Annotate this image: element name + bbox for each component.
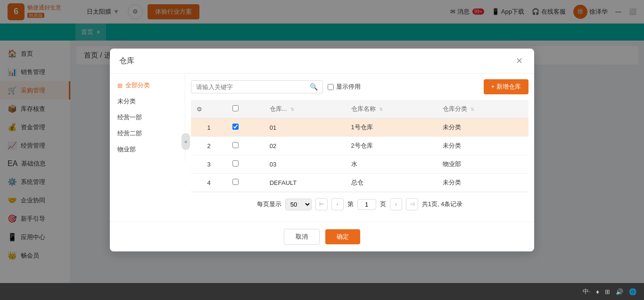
page-suffix: 页 [380,200,386,208]
bottom-bar: 中· ♦ ⊞ 🔊 🌐 [0,283,644,300]
row-num: 1 [191,118,227,137]
sort-icon-code: ⇅ [290,107,294,112]
row-category: 未分类 [437,137,528,155]
last-page-icon: ⊣ [410,201,414,208]
bottom-bar-volume[interactable]: 🔊 [616,288,623,295]
left-panel-wrap: ⊞ 全部分类 未分类 经营一部 经营二部 物业部 [110,74,185,222]
row-checkbox[interactable] [227,118,264,137]
table-row[interactable]: 4 DEFAULT 总仓 未分类 [191,174,528,192]
row-category: 未分类 [437,174,528,192]
row-checkbox[interactable] [227,137,264,155]
grid-icon: ⊞ [117,82,123,89]
category-item-ops2[interactable]: 经营二部 [110,125,185,142]
row-num: 3 [191,155,227,174]
dialog-header: 仓库 ✕ [110,49,534,74]
dialog-close-button[interactable]: ✕ [513,55,525,67]
category-label: 经营二部 [117,129,142,138]
table-head: ⚙ 仓库... ⇅ 仓库名称 ⇅ [191,100,528,118]
header-row: ⚙ 仓库... ⇅ 仓库名称 ⇅ [191,100,528,118]
search-icon[interactable]: 🔍 [310,83,318,91]
row-category: 未分类 [437,118,528,137]
show-disabled-text: 显示停用 [336,83,361,91]
bottom-bar-keyboard[interactable]: ⊞ [605,288,610,295]
search-box: 🔍 [191,80,323,93]
gear-col-icon: ⚙ [197,106,202,113]
category-all[interactable]: ⊞ 全部分类 [110,77,185,93]
row-code: 02 [264,137,346,155]
total-label: 共1页, 4条记录 [422,200,463,208]
row-checkbox[interactable] [227,155,264,174]
category-item-unclassified[interactable]: 未分类 [110,93,185,109]
warehouse-table: ⚙ 仓库... ⇅ 仓库名称 ⇅ [191,100,528,192]
first-page-button[interactable]: ⊢ [315,198,328,210]
row-name: 1号仓库 [346,118,437,137]
sort-icon-category: ⇅ [471,107,474,112]
row-code: DEFAULT [264,174,346,192]
th-name[interactable]: 仓库名称 ⇅ [346,100,437,118]
show-disabled-checkbox[interactable] [328,84,334,90]
last-page-button[interactable]: ⊣ [406,198,418,210]
show-disabled-label[interactable]: 显示停用 [328,83,361,91]
category-label: 经营一部 [117,113,142,122]
modal-overlay[interactable]: 仓库 ✕ ⊞ 全部分类 未分类 经营一部 [0,0,644,300]
dialog-title: 仓库 [119,56,134,66]
pagination: 每页显示 50 20 100 ⊢ ‹ 第 页 [191,192,528,216]
row-code: 01 [264,118,346,137]
collapse-icon: « [184,139,187,144]
row-num: 2 [191,137,227,155]
row-checkbox[interactable] [227,174,264,192]
warehouse-dialog: 仓库 ✕ ⊞ 全部分类 未分类 经营一部 [110,49,534,251]
collapse-button[interactable]: « [182,133,190,150]
select-all-checkbox[interactable] [232,105,239,111]
dialog-footer: 取消 确定 [110,222,534,251]
category-item-ops1[interactable]: 经营一部 [110,109,185,125]
th-code[interactable]: 仓库... ⇅ [264,100,346,118]
row-name: 总仓 [346,174,437,192]
table-row[interactable]: 2 02 2号仓库 未分类 [191,137,528,155]
th-category[interactable]: 仓库分类 ⇅ [437,100,528,118]
search-input[interactable] [196,83,310,91]
right-panel: 🔍 显示停用 + 新增仓库 ⚙ [185,74,534,222]
bottom-bar-lang[interactable]: 中· [583,287,591,296]
sort-icon-name: ⇅ [379,107,383,112]
cancel-button[interactable]: 取消 [284,229,320,245]
row-num: 4 [191,174,227,192]
bottom-bar-network[interactable]: 🌐 [629,288,636,295]
prev-page-button[interactable]: ‹ [331,198,344,210]
bottom-bar-input[interactable]: ♦ [596,288,599,295]
row-name: 2号仓库 [346,137,437,155]
th-settings: ⚙ [191,100,227,118]
first-page-icon: ⊢ [319,201,324,208]
th-checkbox [227,100,264,118]
confirm-button[interactable]: 确定 [325,229,360,244]
per-page-label: 每页显示 [257,200,281,208]
category-label: 物业部 [117,145,136,154]
row-code: 03 [264,155,346,174]
page-input[interactable] [357,199,376,210]
dialog-body: ⊞ 全部分类 未分类 经营一部 经营二部 物业部 [110,74,534,222]
category-item-property[interactable]: 物业部 [110,142,185,158]
category-all-label: 全部分类 [125,81,150,90]
row-category: 物业部 [437,155,528,174]
table-container: ⚙ 仓库... ⇅ 仓库名称 ⇅ [191,100,528,192]
next-icon: › [395,201,397,208]
table-body: 1 01 1号仓库 未分类 2 02 2号仓库 未分类 3 03 水 物业部 4… [191,118,528,192]
row-name: 水 [346,155,437,174]
add-warehouse-button[interactable]: + 新增仓库 [484,79,528,94]
per-page-select[interactable]: 50 20 100 [285,199,312,210]
next-page-button[interactable]: › [390,198,402,210]
category-label: 未分类 [117,97,136,106]
table-row[interactable]: 3 03 水 物业部 [191,155,528,174]
table-row[interactable]: 1 01 1号仓库 未分类 [191,118,528,137]
prev-icon: ‹ [337,201,339,208]
toolbar: 🔍 显示停用 + 新增仓库 [191,79,528,94]
left-panel: ⊞ 全部分类 未分类 经营一部 经营二部 物业部 [110,74,185,161]
page-label: 第 [347,200,354,208]
